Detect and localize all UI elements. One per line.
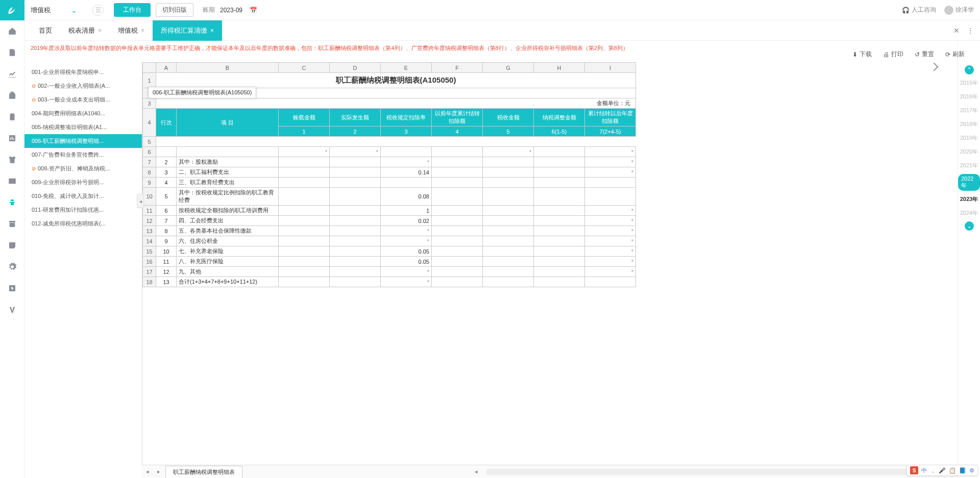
nav-play-icon[interactable] [0,278,24,299]
ime-item[interactable]: ， [930,467,936,474]
nav-bag-icon[interactable] [0,85,24,106]
history-icon[interactable]: ☰ [92,5,104,16]
form-list-item[interactable]: 005-纳税调整项目明细表(A1... [24,120,142,134]
table-row[interactable]: 6 [143,147,636,157]
warning-icon: ⊘ [32,83,36,89]
module-title: 增值税 [31,6,51,15]
year-item[interactable]: 2023年 [960,194,978,205]
tab-2[interactable]: 增值税× [110,20,153,41]
form-list-item[interactable]: 010-免税、减计收入及加计... [24,189,142,203]
nav-report-icon[interactable] [0,128,24,149]
table-row[interactable]: 149六、住房公积金 [143,236,636,246]
nav-inbox-icon[interactable] [0,235,24,256]
form-list-item[interactable]: 001-企业所得税年度纳税申... [24,65,142,79]
warning-notice: 2019年度涉及取以前年度结转数据的申报表单元格需要手工维护正确，才能保证本年及… [31,44,822,53]
close-icon[interactable]: × [141,27,144,34]
more-icon[interactable]: ⋮ [967,27,974,35]
warning-icon: ⊘ [32,97,36,103]
tab-1[interactable]: 税表清册× [60,20,110,41]
tab-3[interactable]: 所得税汇算清缴× [153,20,222,41]
period-value: 2023-09 [220,7,242,14]
sheet-tab-bar: ◂ ▸ 职工薪酬纳税调整明细表 ◂ ▸ [142,465,958,478]
workbench-button[interactable]: 工作台 [114,3,151,17]
table-row[interactable]: 116按税收规定全额扣除的职工培训费用1 [143,206,636,216]
table-row[interactable]: 72其中：股权激励 [143,157,636,167]
consult-link[interactable]: 🎧 人工咨询 [902,6,936,14]
collapse-handle[interactable]: ◂ [137,194,144,208]
year-item[interactable]: 2017年 [960,105,978,116]
nav-v-icon[interactable] [0,299,24,320]
table-row[interactable]: 1510七、补充养老保险0.05 [143,246,636,257]
action-bar: ⬇ 下载 🖨 打印 ↺ 重置 ⟳ 刷新 [852,50,965,59]
year-item[interactable]: 2024年 [960,208,978,218]
top-bar: 增值税 ⌄ ☰ 工作台 切到旧版 账期 2023-09 📅 🎧 人工咨询 徐泽华 [24,0,980,20]
table-row[interactable]: 83二、职工福利费支出0.14 [143,167,636,178]
form-tooltip: 006-职工薪酬纳税调整明细表(A105050) [148,87,256,98]
form-list-item[interactable]: 009-企业所得税弥补亏损明... [24,175,142,189]
sheet-nav-prev[interactable]: ▸ [153,468,164,475]
nav-gear-icon[interactable] [0,256,24,278]
sheet-scroll-left[interactable]: ◂ [471,468,482,475]
ime-item[interactable]: 中 [921,467,927,474]
switch-old-button[interactable]: 切到旧版 [156,3,193,17]
year-item[interactable]: 2019年 [960,133,978,143]
table-row[interactable]: 1813合计(1+3+4+7+8+9+10+11+12) [143,277,636,287]
nav-chart-icon[interactable] [0,63,24,85]
calendar-icon[interactable]: 📅 [250,7,257,14]
table-row[interactable]: 1712九、其他 [143,267,636,277]
form-list-item[interactable]: 012-减免所得税优惠明细表(... [24,217,142,231]
reset-button[interactable]: ↺ 重置 [915,50,934,59]
form-list-item[interactable]: 011-研发费用加计扣除优惠... [24,203,142,217]
tab-0[interactable]: 首页 [31,20,60,41]
nav-shirt-icon[interactable] [0,149,24,170]
ime-item[interactable]: ⚙ [969,467,974,474]
user-menu[interactable]: 徐泽华 [944,6,974,15]
page-tabs: 首页税表清册×增值税×所得税汇算清缴× ✕ ⋮ [24,20,980,41]
form-list-item[interactable]: 006-职工薪酬纳税调整明细... [24,134,142,148]
nav-doc-icon[interactable] [0,42,24,63]
nav-image-icon[interactable] [0,170,24,192]
avatar-icon [944,6,953,15]
table-row[interactable]: 127四、工会经费支出0.02 [143,216,636,226]
year-item[interactable]: 2016年 [960,91,978,102]
sheet-tab[interactable]: 职工薪酬纳税调整明细表 [165,466,242,478]
form-list-item[interactable]: 004-期间费用明细表(A1040... [24,107,142,120]
form-list-item[interactable]: ⊘003-一般企业成本支出明细... [24,93,142,107]
year-item[interactable]: 2021年 [960,160,978,171]
scroll-up-icon[interactable]: ⌃ [965,65,974,74]
sheet-nav-first[interactable]: ◂ [142,468,153,475]
year-item[interactable]: 2022年 [958,174,980,191]
year-item[interactable]: 2020年 [960,146,978,157]
table-row[interactable]: 105其中：按税收规定比例扣除的职工教育经费0.08 [143,188,636,206]
form-list-item[interactable]: ⊘002-一般企业收入明细表(A... [24,79,142,93]
table-row[interactable]: 1611八、补充医疗保险0.05 [143,257,636,267]
year-item[interactable]: 2015年 [960,78,978,88]
scroll-down-icon[interactable]: ⌄ [965,221,974,231]
horizontal-scrollbar[interactable] [486,469,942,475]
form-list-item[interactable]: 007-广告费和业务宣传费跨... [24,148,142,162]
ime-item[interactable]: 🎤 [939,467,946,474]
period-label: 账期 [203,6,215,14]
table-row[interactable]: 138五、各类基本社会保障性缴款 [143,226,636,236]
close-icon[interactable]: ✕ [953,27,960,35]
nav-archive-icon[interactable] [0,213,24,235]
ime-item[interactable]: 📘 [959,467,966,474]
table-row[interactable]: 94三、职工教育经费支出 [143,178,636,188]
ime-logo-icon: S [910,466,918,474]
nav-tax-icon[interactable] [0,192,24,213]
print-button[interactable]: 🖨 打印 [883,50,903,59]
left-nav [0,0,24,478]
chevron-down-icon[interactable]: ⌄ [71,6,77,14]
close-icon[interactable]: × [210,27,214,34]
ime-item[interactable]: 📋 [949,467,956,474]
form-list-item[interactable]: ⊘008-资产折旧、摊销及纳税... [24,162,142,175]
ime-toolbar[interactable]: S 中，🎤📋📘⚙ [906,465,978,476]
download-button[interactable]: ⬇ 下载 [852,50,872,59]
nav-home-icon[interactable] [0,20,24,42]
close-icon[interactable]: × [98,27,102,34]
refresh-button[interactable]: ⟳ 刷新 [945,50,965,59]
year-item[interactable]: 2018年 [960,119,978,130]
year-rail: ⌃ 2015年2016年2017年2018年2019年2020年2021年202… [958,41,980,478]
app-logo[interactable] [0,0,24,20]
nav-clipboard-icon[interactable] [0,106,24,128]
